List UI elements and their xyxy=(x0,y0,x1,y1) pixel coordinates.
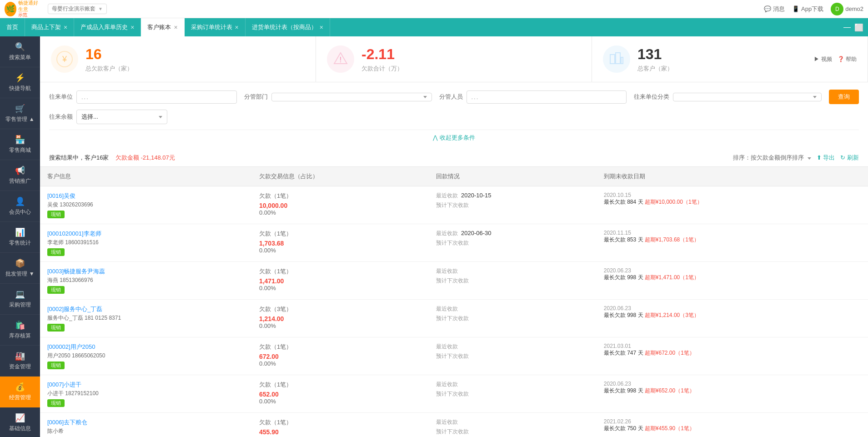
overdue-amount-icon: ! xyxy=(327,45,354,73)
help-btn[interactable]: ❓ 帮助 xyxy=(838,55,857,63)
query-button[interactable]: 查询 xyxy=(829,90,859,104)
tab-purchase-order[interactable]: 采购订单统计表 × xyxy=(185,18,246,36)
tab-customer-account[interactable]: 客户账本 × xyxy=(141,18,184,36)
debt-amount-1[interactable]: 1,703.68 xyxy=(259,240,421,247)
sidebar-item-search[interactable]: 🔍 搜索菜单 xyxy=(0,36,40,67)
stat-total-customers: 131 总客户（家） ▶ 视频 ❓ 帮助 xyxy=(592,36,868,82)
customer-name-6[interactable]: [0006]去下粮仓 xyxy=(47,418,245,427)
filter-group-balance: 往来余额 选择... xyxy=(49,110,859,124)
person-dots: ... xyxy=(472,94,479,100)
app-wrapper: 🌿 畅捷通好生意 示范 母婴行业演示账套 ▼ 💬 消息 📱 App下载 D de… xyxy=(0,0,868,437)
sidebar-item-retail-stats-label: 零售统计 xyxy=(9,239,31,247)
tab-production[interactable]: 产成品入库单历史 × xyxy=(74,18,141,36)
balance-select[interactable]: 选择... xyxy=(76,110,167,124)
debt-amount-4[interactable]: 672.00 xyxy=(259,353,421,360)
debt-amount-6[interactable]: 455.90 xyxy=(259,428,421,436)
total-customers-info: 131 总客户（家） xyxy=(637,46,807,73)
due-date-4: 2021.03.01 xyxy=(604,343,861,349)
filter-group-person: 分管人员 ... xyxy=(439,90,627,104)
overdue-link-0[interactable]: 超期¥10,000.00（1笔） xyxy=(645,199,702,205)
tab-home[interactable]: 首页 xyxy=(0,18,25,36)
tab-production-close[interactable]: × xyxy=(130,24,134,31)
overdue-link-3[interactable]: 超期¥1,214.00（3笔） xyxy=(645,312,699,318)
cell-customer-3: [0002]服务中心_丁磊 服务中心_丁磊 181 0125 8371 现销 xyxy=(40,300,252,337)
debt-percent-2: 0.00% xyxy=(259,285,421,291)
view-video-btn[interactable]: ▶ 视频 xyxy=(814,55,832,63)
overdue-link-5[interactable]: 超期¥652.00（1笔） xyxy=(645,387,695,394)
tab-purchase-order-label: 采购订单统计表 xyxy=(191,23,232,31)
sidebar-item-retail-stats[interactable]: 📊 零售统计 xyxy=(0,222,40,253)
cell-debt-0: 欠款（1笔） 10,000.00 0.00% xyxy=(252,186,429,224)
sidebar-item-marketing[interactable]: 📢 营销推广 xyxy=(0,160,40,191)
next-label-6: 预计下次收款 xyxy=(436,428,589,436)
overdue-link-1[interactable]: 超期¥1,703.68（1笔） xyxy=(645,236,699,243)
overdue-link-6[interactable]: 超期¥455.90（1笔） xyxy=(645,425,695,432)
overdue-days-6: 最长欠款 750 天 xyxy=(604,425,645,432)
cell-due-5: 2020.06.23 最长欠款 998 天 超期¥652.00（1笔） xyxy=(597,375,868,413)
sidebar-item-batch-mgmt[interactable]: 📦 批发管理 ▼ xyxy=(0,253,40,284)
tab-purchase-order-close[interactable]: × xyxy=(235,24,239,31)
svg-text:¥: ¥ xyxy=(62,55,67,64)
user-profile[interactable]: D demo2 xyxy=(831,3,863,15)
person-input[interactable]: ... xyxy=(467,90,627,104)
customer-name-4[interactable]: [000002]用户2050 xyxy=(47,343,245,351)
retail-store-icon: 🏪 xyxy=(15,135,25,145)
tab-products-close[interactable]: × xyxy=(64,24,67,31)
table-row: [0002]服务中心_丁磊 服务中心_丁磊 181 0125 8371 现销 欠… xyxy=(40,300,868,337)
customer-name-1[interactable]: [0001020001]李老师 xyxy=(47,230,245,238)
customer-name-2[interactable]: [0003]畅捷服务尹海蕊 xyxy=(47,267,245,276)
purchase-mgmt-icon: 🛍️ xyxy=(15,320,25,330)
total-customers-label: 总客户（家） xyxy=(637,65,807,73)
debt-amount-0[interactable]: 10,000.00 xyxy=(259,202,421,209)
debt-count-5: 欠款（1笔） xyxy=(259,381,421,389)
tab-incoming-stats-close[interactable]: × xyxy=(320,24,323,31)
ecommerce-icon: 💻 xyxy=(15,289,25,299)
overdue-link-4[interactable]: 超期¥672.00（1笔） xyxy=(645,350,695,356)
sidebar-item-finance[interactable]: 💰 经营管理 xyxy=(0,377,40,407)
cell-repayment-1: 最近收款 2020-06-30 预计下次收款 xyxy=(429,224,597,262)
minimize-btn[interactable]: — xyxy=(843,23,851,31)
sidebar-item-business-mgmt[interactable]: 📈 基础信息 xyxy=(0,407,40,437)
customer-name-0[interactable]: [0016]吴俊 xyxy=(47,192,245,200)
collapse-bar[interactable]: ⋀ 收起更多条件 xyxy=(49,130,859,146)
sidebar-item-retail-store[interactable]: 🏪 零售商城 xyxy=(0,129,40,160)
sidebar-item-inventory[interactable]: 🏭 资金管理 xyxy=(0,346,40,377)
partner-input[interactable]: ... xyxy=(76,90,237,104)
cell-repayment-0: 最近收款 2020-10-15 预计下次收款 xyxy=(429,186,597,224)
tab-products-label: 商品上下架 xyxy=(31,23,61,31)
cell-customer-0: [0016]吴俊 吴俊 13026203696 现销 xyxy=(40,186,252,224)
tab-customer-account-close[interactable]: × xyxy=(174,24,177,31)
sort-dropdown-arrow[interactable] xyxy=(808,157,811,160)
maximize-btn[interactable]: ⬜ xyxy=(854,23,863,32)
app-download-btn[interactable]: 📱 App下载 xyxy=(792,5,823,13)
due-date-6: 2021.02.26 xyxy=(604,418,861,425)
overdue-days-row-5: 最长欠款 998 天 超期¥652.00（1笔） xyxy=(604,387,861,395)
tab-products[interactable]: 商品上下架 × xyxy=(25,18,74,36)
overdue-link-2[interactable]: 超期¥1,471.00（1笔） xyxy=(645,274,699,281)
debt-amount-5[interactable]: 652.00 xyxy=(259,391,421,398)
sidebar-item-ecommerce[interactable]: 💻 采购管理 xyxy=(0,284,40,315)
export-btn[interactable]: ⬆ 导出 xyxy=(817,154,835,162)
member-icon: 👤 xyxy=(15,196,25,206)
customer-name-3[interactable]: [0002]服务中心_丁磊 xyxy=(47,305,245,313)
customer-name-5[interactable]: [0007]小进干 xyxy=(47,381,245,389)
avatar: D xyxy=(831,3,843,15)
debt-amount-2[interactable]: 1,471.00 xyxy=(259,277,421,285)
overdue-customers-icon: ¥ xyxy=(51,45,78,73)
sidebar-item-quick-nav[interactable]: ⚡ 快捷导航 xyxy=(0,67,40,98)
debt-amount-3[interactable]: 1,214.00 xyxy=(259,315,421,322)
overdue-days-5: 最长欠款 998 天 xyxy=(604,387,645,394)
sidebar-item-retail-mgmt[interactable]: 🛒 零售管理 ▲ xyxy=(0,98,40,129)
customer-phone-6: 陈小希 xyxy=(47,427,245,435)
tab-incoming-stats[interactable]: 进货单统计表（按商品） × xyxy=(246,18,330,36)
sidebar-item-member[interactable]: 👤 会员中心 xyxy=(0,191,40,222)
sort-label: 排序：按欠款金额倒序排序 xyxy=(733,154,811,162)
refresh-btn[interactable]: ↻ 刷新 xyxy=(840,154,859,162)
dept-select[interactable] xyxy=(271,93,432,101)
cell-debt-5: 欠款（1笔） 652.00 0.00% xyxy=(252,375,429,413)
store-selector[interactable]: 母婴行业演示账套 ▼ xyxy=(48,4,107,14)
customer-phone-4: 用户2050 18665062050 xyxy=(47,352,245,360)
category-select[interactable] xyxy=(673,93,822,101)
sidebar-item-purchase-mgmt[interactable]: 🛍️ 库存核算 xyxy=(0,315,40,346)
message-btn[interactable]: 💬 消息 xyxy=(764,5,785,13)
